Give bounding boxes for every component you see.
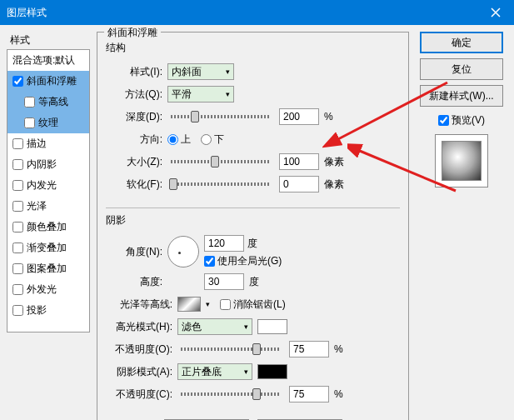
style-item[interactable]: 光泽 [7,196,89,217]
soften-slider[interactable] [171,182,271,186]
altitude-label: 高度: [106,275,162,289]
svg-line-0 [335,82,447,141]
chevron-down-icon: ▾ [226,90,230,98]
bevel-emboss-group: 斜面和浮雕 结构 样式(I): 内斜面▾ 方法(Q): 平滑▾ 深 [97,32,409,420]
highlight-mode-select[interactable]: 滤色▾ [177,318,252,335]
angle-input[interactable] [204,235,244,252]
depth-slider[interactable] [171,115,271,118]
size-slider[interactable] [171,160,271,163]
highlight-opacity-input[interactable] [289,341,329,358]
angle-label: 角度(N): [106,245,162,259]
style-item[interactable]: 渐变叠加 [7,238,89,258]
style-select[interactable]: 内斜面▾ [167,63,234,80]
size-input[interactable] [279,153,319,170]
chevron-down-icon: ▾ [244,368,248,376]
gloss-contour-picker[interactable] [177,297,201,312]
style-item[interactable]: 外发光 [7,279,89,300]
style-item[interactable]: 内发光 [7,175,89,196]
direction-down-radio[interactable]: 下 [201,132,224,147]
technique-select[interactable]: 平滑▾ [167,86,234,102]
style-item[interactable]: 图案叠加 [7,258,89,279]
styles-list: 混合选项:默认 斜面和浮雕等高线纹理描边内阴影内发光光泽颜色叠加渐变叠加图案叠加… [7,49,90,332]
shadow-mode-label: 阴影模式(A): [106,365,172,379]
ok-button[interactable]: 确定 [420,32,503,53]
blend-defaults-row[interactable]: 混合选项:默认 [7,50,89,71]
technique-label: 方法(Q): [106,88,162,102]
size-unit: 像素 [324,155,344,169]
direction-label: 方向: [106,132,162,147]
styles-panel-title: 样式 [7,32,90,49]
soften-unit: 像素 [324,178,344,192]
style-item[interactable]: 投影 [7,300,89,321]
shadow-color-swatch[interactable] [257,364,287,379]
reset-button[interactable]: 复位 [420,58,503,80]
shadow-opacity-label: 不透明度(C): [106,388,172,402]
angle-dial[interactable] [167,236,199,268]
depth-label: 深度(D): [106,110,162,124]
style-item[interactable]: 等高线 [7,92,89,112]
highlight-color-swatch[interactable] [257,319,287,334]
shadow-mode-select[interactable]: 正片叠底▾ [177,363,252,380]
gloss-contour-label: 光泽等高线: [106,298,172,312]
depth-input[interactable] [279,108,319,125]
style-item[interactable]: 颜色叠加 [7,217,89,238]
global-light-checkbox[interactable]: 使用全局光(G) [204,254,282,268]
chevron-down-icon: ▾ [244,322,248,331]
close-button[interactable] [477,0,514,25]
antialias-checkbox[interactable]: 消除锯齿(L) [220,298,286,312]
size-label: 大小(Z): [106,155,162,169]
shadow-opacity-slider[interactable] [181,392,281,396]
close-icon [491,8,501,18]
window-title: 图层样式 [7,6,47,20]
group-title-bevel: 斜面和浮雕 [104,26,161,40]
soften-input[interactable] [279,176,319,192]
shading-group: 阴影 角度(N): 度 使用全局光(G) 高度: [106,212,400,414]
highlight-opacity-label: 不透明度(O): [106,342,172,357]
style-label: 样式(I): [106,65,162,79]
titlebar: 图层样式 [0,0,514,25]
altitude-input[interactable] [204,273,244,290]
style-item[interactable]: 纹理 [7,112,89,133]
shading-title: 阴影 [106,213,400,231]
structure-title: 结构 [106,41,400,58]
svg-line-1 [356,149,456,191]
center-panel: 斜面和浮雕 结构 样式(I): 内斜面▾ 方法(Q): 平滑▾ 深 [97,32,409,413]
chevron-down-icon: ▾ [226,68,230,76]
style-item[interactable]: 描边 [7,133,89,154]
direction-up-radio[interactable]: 上 [167,132,191,147]
highlight-mode-label: 高光模式(H): [106,320,172,334]
chevron-down-icon[interactable]: ▾ [206,300,210,308]
annotation-arrow-icon [347,141,464,199]
shadow-opacity-input[interactable] [289,386,329,402]
highlight-opacity-slider[interactable] [181,348,281,351]
styles-panel: 样式 混合选项:默认 斜面和浮雕等高线纹理描边内阴影内发光光泽颜色叠加渐变叠加图… [7,32,90,413]
style-item[interactable]: 内阴影 [7,154,89,175]
soften-label: 软化(F): [106,178,162,192]
style-item[interactable]: 斜面和浮雕 [7,71,89,92]
